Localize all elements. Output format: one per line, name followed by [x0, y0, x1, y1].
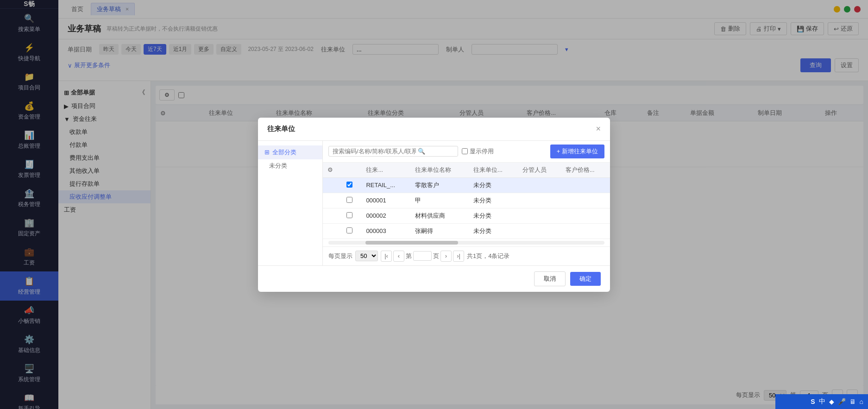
modal-main: 🔍 显示停用 + 新增往来单位 ⚙	[323, 141, 610, 265]
taskbar-icon-diamond[interactable]: ◆	[829, 398, 834, 405]
row-manager	[518, 177, 560, 193]
row-code: 000001	[361, 193, 410, 208]
horizontal-scrollbar[interactable]	[328, 241, 604, 245]
row-category: 未分类	[469, 177, 518, 193]
row-manager	[518, 208, 560, 223]
per-page-label: 每页显示	[328, 252, 352, 260]
partner-modal: 往来单位 × ⊞ 全部分类 未分类 🔍	[258, 118, 610, 292]
row-price	[561, 193, 610, 208]
modal-col-checkbox	[342, 163, 361, 178]
row-settings	[323, 223, 342, 239]
taskbar: S 中 ◆ 🎤 🖥 ⌂	[775, 394, 868, 409]
modal-toolbar: 🔍 显示停用 + 新增往来单位	[323, 141, 610, 163]
modal-sidebar-unclassified[interactable]: 未分类	[258, 159, 322, 172]
page-label: 第	[406, 252, 412, 260]
modal-footer: 取消 确定	[258, 265, 610, 292]
show-disabled-label: 显示停用	[470, 147, 494, 156]
modal-col-price: 客户价格...	[561, 163, 610, 178]
row-code: 000003	[361, 223, 410, 239]
add-partner-button[interactable]: + 新增往来单位	[550, 145, 604, 158]
row-manager	[518, 223, 560, 239]
search-input[interactable]	[333, 148, 416, 155]
taskbar-icon-text[interactable]: 中	[819, 397, 825, 406]
row-name: 零散客户	[410, 177, 469, 193]
taskbar-icon-mic[interactable]: 🎤	[838, 398, 846, 405]
page-suffix: 页	[433, 252, 439, 260]
row-name: 材料供应商	[410, 208, 469, 223]
modal-header: 往来单位 ×	[258, 118, 610, 141]
modal-sidebar-all[interactable]: ⊞ 全部分类	[258, 145, 322, 159]
modal-per-page-select[interactable]: 50	[355, 251, 378, 261]
row-price	[561, 208, 610, 223]
modal-col-manager: 分管人员	[518, 163, 560, 178]
row-checkbox[interactable]	[342, 208, 361, 223]
prev-page-btn[interactable]: ‹	[393, 251, 404, 262]
grid-icon: ⊞	[264, 149, 270, 156]
modal-close-btn[interactable]: ×	[596, 124, 601, 134]
row-code: RETAIL_...	[361, 177, 410, 193]
last-page-btn[interactable]: ›|	[453, 251, 464, 262]
row-checkbox[interactable]	[342, 177, 361, 193]
modal-col-settings: ⚙	[323, 163, 342, 178]
first-page-btn[interactable]: |‹	[381, 251, 392, 262]
taskbar-icon-screen[interactable]: 🖥	[849, 398, 856, 405]
table-row[interactable]: 000003 张嗣得 未分类	[323, 223, 610, 239]
page-nav: |‹ ‹ 第 1 页 › ›|	[381, 251, 464, 262]
modal-col-category: 往来单位...	[469, 163, 518, 178]
row-manager	[518, 193, 560, 208]
taskbar-icon-home[interactable]: ⌂	[860, 398, 863, 405]
row-code: 000002	[361, 208, 410, 223]
show-disabled-checkbox-group: 显示停用	[462, 147, 494, 156]
search-box: 🔍	[328, 146, 458, 157]
row-settings	[323, 177, 342, 193]
row-name: 张嗣得	[410, 223, 469, 239]
scrollbar-thumb	[365, 241, 458, 245]
row-checkbox[interactable]	[342, 223, 361, 239]
modal-table-wrapper: ⚙ 往来... 往来单位名称 往来单位... 分管人员 客户价格...	[323, 163, 610, 246]
modal-title: 往来单位	[267, 125, 295, 133]
row-name: 甲	[410, 193, 469, 208]
row-category: 未分类	[469, 223, 518, 239]
modal-table: ⚙ 往来... 往来单位名称 往来单位... 分管人员 客户价格...	[323, 163, 610, 239]
row-price	[561, 177, 610, 193]
row-checkbox[interactable]	[342, 193, 361, 208]
table-row[interactable]: RETAIL_... 零散客户 未分类	[323, 177, 610, 193]
row-category: 未分类	[469, 193, 518, 208]
table-row[interactable]: 000001 甲 未分类	[323, 193, 610, 208]
modal-overlay[interactable]: 往来单位 × ⊞ 全部分类 未分类 🔍	[0, 0, 868, 409]
modal-pagination: 每页显示 50 |‹ ‹ 第 1 页 › ›| 共1页，4条记录	[323, 246, 610, 265]
row-price	[561, 223, 610, 239]
taskbar-logo: S	[811, 398, 815, 405]
search-icon: 🔍	[418, 148, 425, 155]
modal-col-code: 往来...	[361, 163, 410, 178]
modal-page-input[interactable]: 1	[413, 251, 432, 261]
total-info: 共1页，4条记录	[467, 252, 509, 260]
row-settings	[323, 193, 342, 208]
modal-sidebar: ⊞ 全部分类 未分类	[258, 141, 323, 265]
cancel-button[interactable]: 取消	[534, 271, 566, 286]
show-disabled-checkbox[interactable]	[462, 148, 468, 154]
modal-col-name: 往来单位名称	[410, 163, 469, 178]
row-category: 未分类	[469, 208, 518, 223]
confirm-button[interactable]: 确定	[570, 272, 601, 286]
modal-body: ⊞ 全部分类 未分类 🔍 显示停用	[258, 141, 610, 265]
table-row[interactable]: 000002 材料供应商 未分类	[323, 208, 610, 223]
next-page-btn[interactable]: ›	[440, 251, 452, 262]
row-settings	[323, 208, 342, 223]
